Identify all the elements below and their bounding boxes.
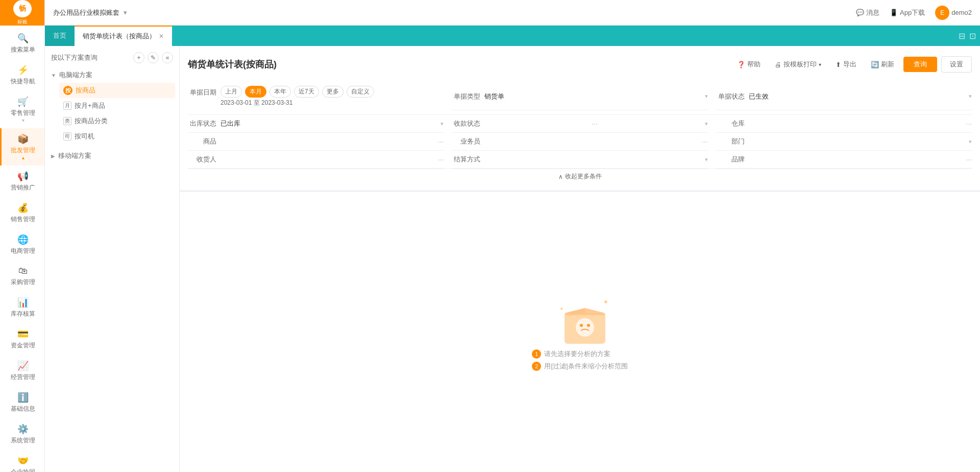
wholesale-icon: 📦 (17, 133, 29, 145)
logo-area: 畅 标账 (0, 0, 44, 26)
finance-icon: 💳 (17, 328, 29, 340)
tab-bar-actions: ⊟ ⊡ (959, 31, 980, 41)
query-button[interactable]: 查询 (903, 57, 937, 72)
logo-abbr: 畅 (19, 4, 26, 13)
inventory-icon: 📊 (17, 297, 29, 308)
tree-desktop-children: 按 按商品 月 按月+商品 类 按商品分类 司 按司机 (49, 83, 175, 144)
message-button[interactable]: 💬 消息 (856, 8, 879, 17)
right-panel: 销货单统计表(按商品) ❓ 帮助 🖨 按模板打印 ▾ ⬆ (180, 46, 980, 472)
sidebar-item-inventory[interactable]: 📊 库存核算 (0, 292, 44, 323)
tree-child-by-goods[interactable]: 按 按商品 (59, 83, 175, 98)
export-button[interactable]: ⬆ 导出 (830, 58, 862, 71)
goods-dots-icon[interactable]: ··· (438, 137, 444, 146)
type-dropdown-icon: ▾ (705, 93, 708, 100)
brand-label: 品牌 (716, 155, 745, 164)
page-title-row: 销货单统计表(按商品) ❓ 帮助 🖨 按模板打印 ▾ ⬆ (188, 52, 972, 77)
tree-child-label: 按商品分类 (75, 116, 108, 126)
sidebar-item-search[interactable]: 🔍 搜索菜单 (0, 28, 44, 59)
sidebar-item-operation[interactable]: 📈 经营管理 (0, 355, 44, 387)
goods-label: 商品 (188, 137, 216, 146)
payment-field[interactable]: ▾ (484, 156, 707, 163)
dept-field[interactable]: ▾ (749, 138, 972, 145)
sidebar-item-marketing[interactable]: 📢 营销推广 (0, 166, 44, 197)
user-profile[interactable]: E demo2 (935, 6, 972, 20)
sidebar-item-label: 库存核算 (11, 310, 35, 318)
receiver-dots-icon[interactable]: ··· (438, 155, 444, 163)
tree-collapse-icon: ▶ (51, 153, 55, 159)
date-btn-7days[interactable]: 近7天 (294, 86, 319, 98)
empty-illustration: ✦ ✦ · (549, 290, 610, 341)
receipt-dots-icon[interactable]: ··· (592, 120, 598, 128)
dept-dropdown-icon: ▾ (969, 138, 972, 145)
print-dropdown-icon: ▾ (819, 62, 821, 67)
sidebar-item-basic[interactable]: ℹ️ 基础信息 (0, 387, 44, 418)
sidebar-item-enterprise[interactable]: 🤝 企业协同 (0, 450, 44, 472)
empty-state: ✦ ✦ · 1 请先选择要分析的方案 2 用[过滤]条件来缩小分析范围 (532, 290, 627, 374)
sidebar-item-ecom[interactable]: 🌐 电商管理 (0, 229, 44, 261)
collapse-bar[interactable]: ∧ 收起更多条件 (188, 169, 972, 184)
warehouse-dots-icon[interactable]: ··· (966, 120, 972, 128)
settings-button[interactable]: 设置 (941, 56, 972, 73)
step2-text: 用[过滤]条件来缩小分析范围 (544, 362, 627, 371)
tab-home[interactable]: 首页 (45, 26, 75, 46)
out-status-field[interactable]: 已出库 ▾ (220, 119, 444, 128)
type-filter-field[interactable]: 销货单 ▾ (484, 92, 707, 101)
logo-icon: 畅 (13, 0, 32, 17)
sidebar-item-system[interactable]: ⚙️ 系统管理 (0, 418, 44, 450)
sidebar-item-retail[interactable]: 🛒 零售管理 ▾ (0, 91, 44, 128)
tab-report[interactable]: 销货单统计表（按商品） ✕ (75, 26, 172, 46)
app-label: App下载 (900, 8, 925, 17)
tab-close-icon[interactable]: ✕ (159, 33, 164, 40)
collapse-panel-button[interactable]: « (162, 52, 173, 63)
step1-num: 1 (532, 349, 541, 359)
print-button[interactable]: 🖨 按模板打印 ▾ (770, 58, 826, 71)
sidebar-item-label: 经营管理 (11, 373, 35, 382)
avatar: E (935, 6, 949, 20)
status-filter-field[interactable]: 已生效 ▾ (749, 92, 972, 101)
date-btn-thisyear[interactable]: 本年 (270, 86, 291, 98)
tree-desktop-parent[interactable]: ▼ 电脑端方案 (49, 67, 175, 83)
export-label: 导出 (843, 60, 856, 69)
date-btn-lastmonth[interactable]: 上月 (220, 86, 242, 98)
edit-scheme-button[interactable]: ✎ (148, 52, 159, 63)
sidebar-nav: 🔍 搜索菜单 ⚡ 快捷导航 🛒 零售管理 ▾ 📦 批发管理 ▴ 📢 营销推广 💰… (0, 28, 44, 472)
help-button[interactable]: ❓ 帮助 (732, 58, 766, 71)
receipt-status-field[interactable]: ··· ▾ (484, 120, 707, 128)
staff-label: 业务员 (452, 137, 480, 146)
sidebar-item-sales[interactable]: 💰 销售管理 (0, 197, 44, 229)
tab-bar: 首页 销货单统计表（按商品） ✕ ⊟ ⊡ (45, 26, 980, 46)
date-btn-more[interactable]: 更多 (322, 86, 344, 98)
add-scheme-button[interactable]: + (133, 52, 144, 63)
date-btn-thismonth[interactable]: 本月 (245, 86, 266, 98)
warehouse-field[interactable]: ··· (749, 120, 972, 128)
tree-mobile-parent[interactable]: ▶ 移动端方案 (49, 148, 175, 163)
sidebar-item-quicknav[interactable]: ⚡ 快捷导航 (0, 59, 44, 91)
sidebar-item-purchase[interactable]: 🛍 采购管理 (0, 261, 44, 292)
dept-cell: 部门 ▾ (716, 133, 972, 151)
brand-field[interactable]: ··· (749, 155, 972, 163)
tab-maximize-icon[interactable]: ⊡ (969, 31, 976, 41)
staff-dots-icon[interactable]: ··· (702, 137, 708, 146)
sidebar-item-wholesale[interactable]: 📦 批发管理 ▴ (0, 128, 44, 166)
type-filter-value: 销货单 (484, 92, 504, 101)
staff-field[interactable]: ··· (484, 137, 707, 146)
receiver-field[interactable]: ··· (220, 155, 444, 163)
date-buttons: 上月 本月 本年 近7天 更多 自定义 (220, 86, 444, 98)
receipt-status-cell: 收款状态 ··· ▾ (452, 115, 707, 133)
refresh-button[interactable]: 🔄 刷新 (866, 58, 899, 71)
step2-num: 2 (532, 362, 541, 371)
date-btn-custom[interactable]: 自定义 (347, 86, 374, 98)
tree-child-by-machine[interactable]: 司 按司机 (59, 129, 175, 144)
tree-child-by-category[interactable]: 类 按商品分类 (59, 113, 175, 129)
tree-child-by-month-goods[interactable]: 月 按月+商品 (59, 98, 175, 113)
out-status-value: 已出库 (220, 119, 240, 128)
tab-home-label: 首页 (53, 31, 66, 40)
workspace-dropdown-icon[interactable]: ▾ (124, 9, 127, 16)
retail-icon: 🛒 (17, 96, 29, 107)
tab-minimize-icon[interactable]: ⊟ (959, 31, 965, 41)
sidebar-item-finance[interactable]: 💳 资金管理 (0, 323, 44, 355)
brand-dots-icon[interactable]: ··· (966, 155, 972, 163)
goods-field[interactable]: ··· (220, 137, 444, 146)
app-download-button[interactable]: 📱 App下载 (890, 8, 925, 17)
empty-step1: 1 请先选择要分析的方案 (532, 349, 627, 359)
